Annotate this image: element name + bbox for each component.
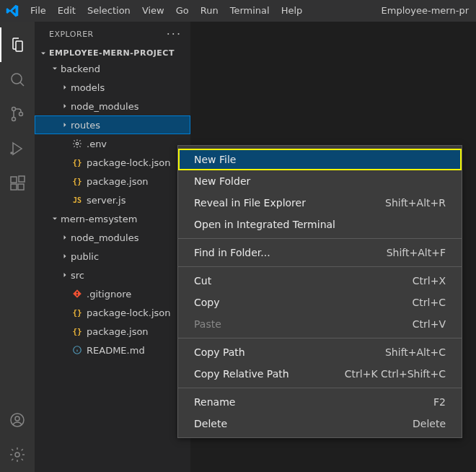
tree-item-label: package.json [87, 176, 149, 187]
svg-point-1 [12, 108, 16, 111]
context-menu-label: Open in Integrated Terminal [194, 219, 335, 230]
tree-item-server-js[interactable]: JSserver.js [35, 191, 190, 209]
svg-point-2 [12, 118, 16, 121]
context-menu-copy-relative-path[interactable]: Copy Relative PathCtrl+K Ctrl+Shift+C [178, 363, 462, 385]
context-menu-label: Rename [194, 396, 235, 408]
menu-run[interactable]: Run [195, 0, 224, 22]
tree-item-label: routes [71, 120, 100, 131]
context-menu-find-in-folder---[interactable]: Find in Folder...Shift+Alt+F [178, 242, 462, 263]
chevron-right-icon [59, 233, 71, 242]
tree-item-label: models [71, 82, 105, 93]
context-menu-label: Delete [194, 418, 227, 429]
explorer-header: EXPLORER ··· [35, 22, 190, 47]
tree-item-label: package-lock.json [87, 157, 171, 168]
braces-icon: {} [71, 308, 84, 318]
activity-search-icon[interactable] [0, 62, 35, 97]
tree-item-label: mern-emsystem [61, 214, 137, 224]
context-menu-new-folder[interactable]: New Folder [178, 170, 462, 192]
context-menu-reveal-in-file-explorer[interactable]: Reveal in File ExplorerShift+Alt+R [178, 192, 462, 214]
svg-rect-5 [11, 177, 17, 183]
tree-item-package-json[interactable]: {}package.json [35, 322, 190, 341]
menu-selection[interactable]: Selection [81, 0, 136, 22]
context-menu-shortcut: Delete [413, 418, 446, 429]
activity-source-control-icon[interactable] [0, 97, 35, 131]
tree-item-public[interactable]: public [35, 247, 190, 266]
context-menu-shortcut: Ctrl+V [413, 318, 446, 330]
tree-item-label: README.md [87, 345, 145, 356]
tree-item-package-json[interactable]: {}package.json [35, 172, 190, 191]
titlebar: File Edit Selection View Go Run Terminal… [0, 0, 476, 22]
project-root[interactable]: EMPLOYEE-MERN-PROJECT [35, 47, 190, 59]
context-menu-separator [178, 388, 462, 388]
window-title: Employee-mern-pr [374, 0, 476, 22]
project-label: EMPLOYEE-MERN-PROJECT [49, 48, 175, 58]
tree-item-label: node_modules [71, 101, 138, 112]
tree-item-package-lock-json[interactable]: {}package-lock.json [35, 153, 190, 172]
context-menu-label: Find in Folder... [194, 247, 270, 258]
tree-item--gitignore[interactable]: .gitignore [35, 284, 190, 303]
explorer-sidebar: EXPLORER ··· EMPLOYEE-MERN-PROJECT backe… [35, 22, 190, 472]
context-menu-shortcut: Ctrl+K Ctrl+Shift+C [345, 368, 446, 380]
context-menu-shortcut: F2 [433, 396, 446, 408]
context-menu-shortcut: Shift+Alt+F [387, 247, 446, 258]
context-menu-label: Copy [194, 297, 220, 308]
svg-point-0 [12, 74, 22, 84]
svg-point-10 [15, 416, 19, 421]
tree-item-node-modules[interactable]: node_modules [35, 97, 190, 115]
js-icon: JS [71, 196, 84, 204]
context-menu: New FileNew FolderReveal in File Explore… [177, 145, 462, 438]
chevron-right-icon [59, 102, 71, 110]
menu-go[interactable]: Go [170, 0, 195, 22]
tree-item-node-modules[interactable]: node_modules [35, 228, 190, 247]
context-menu-delete[interactable]: DeleteDelete [178, 413, 462, 434]
braces-icon: {} [71, 327, 84, 336]
file-tree: backendmodelsnode_modulesroutes.env{}pac… [35, 59, 190, 472]
context-menu-shortcut: Ctrl+X [413, 275, 446, 287]
vscode-logo-icon [0, 4, 25, 17]
activity-settings-icon[interactable] [0, 437, 35, 472]
context-menu-cut[interactable]: CutCtrl+X [178, 270, 462, 292]
tree-item-routes[interactable]: routes [35, 115, 190, 134]
tree-item-label: public [71, 251, 99, 262]
context-menu-label: Copy Path [194, 346, 245, 358]
git-icon [71, 289, 84, 299]
context-menu-shortcut: Shift+Alt+C [385, 346, 446, 358]
context-menu-rename[interactable]: RenameF2 [178, 391, 462, 413]
context-menu-new-file[interactable]: New File [178, 149, 462, 170]
activity-run-debug-icon[interactable] [0, 131, 35, 166]
tree-item-package-lock-json[interactable]: {}package-lock.json [35, 303, 190, 322]
menu-view[interactable]: View [136, 0, 170, 22]
tree-item-readme-md[interactable]: README.md [35, 341, 190, 359]
chevron-right-icon [59, 271, 71, 279]
menubar: File Edit Selection View Go Run Terminal… [25, 0, 308, 22]
explorer-more-icon[interactable]: ··· [167, 27, 182, 41]
tree-item-src[interactable]: src [35, 266, 190, 284]
context-menu-label: Reveal in File Explorer [194, 197, 306, 209]
tree-item-mern-emsystem[interactable]: mern-emsystem [35, 209, 190, 228]
tree-item-models[interactable]: models [35, 78, 190, 97]
svg-point-11 [15, 453, 19, 457]
activity-explorer-icon[interactable] [0, 27, 35, 62]
menu-file[interactable]: File [25, 0, 52, 22]
context-menu-open-in-integrated-terminal[interactable]: Open in Integrated Terminal [178, 214, 462, 235]
chevron-down-icon [49, 214, 61, 223]
context-menu-copy-path[interactable]: Copy PathShift+Alt+C [178, 341, 462, 363]
menu-help[interactable]: Help [276, 0, 309, 22]
context-menu-separator [178, 238, 462, 239]
context-menu-label: Cut [194, 275, 211, 287]
braces-icon: {} [71, 158, 84, 167]
menu-terminal[interactable]: Terminal [224, 0, 276, 22]
svg-point-12 [76, 142, 79, 145]
menu-edit[interactable]: Edit [52, 0, 81, 22]
explorer-title: EXPLORER [49, 30, 94, 39]
tree-item--env[interactable]: .env [35, 134, 190, 153]
svg-rect-8 [19, 176, 25, 182]
svg-point-4 [11, 152, 12, 154]
activity-extensions-icon[interactable] [0, 166, 35, 201]
context-menu-label: Paste [194, 318, 221, 330]
activity-account-icon[interactable] [0, 403, 35, 437]
chevron-right-icon [59, 121, 71, 129]
chevron-down-icon [38, 49, 49, 58]
tree-item-backend[interactable]: backend [35, 59, 190, 78]
context-menu-copy[interactable]: CopyCtrl+C [178, 292, 462, 313]
